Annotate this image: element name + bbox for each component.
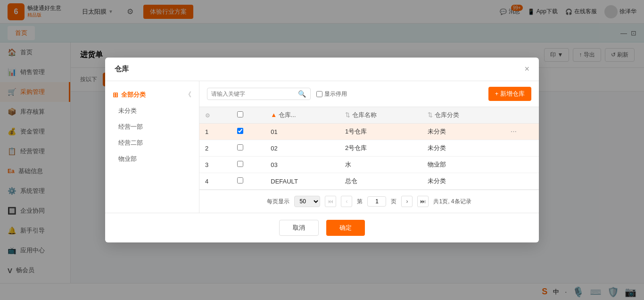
modal-title: 仓库	[115, 65, 129, 74]
per-page-select[interactable]: 102050100	[294, 196, 320, 207]
table-row[interactable]: 1 01 1号仓库 未分类 ···	[199, 124, 539, 140]
category-ops-dept1[interactable]: 经营一部	[105, 119, 199, 135]
row-category: 未分类	[422, 173, 504, 190]
col-category: ⇅ 仓库分类	[422, 107, 504, 124]
row-code: DEFAULT	[265, 173, 339, 190]
col-cat-sort-icon: ⇅	[428, 111, 433, 118]
prev-page-button[interactable]: ‹	[341, 196, 352, 207]
all-categories-header[interactable]: ⊞ 全部分类 《	[105, 87, 199, 103]
modal-close-button[interactable]: ×	[524, 64, 529, 74]
page-number-input[interactable]	[367, 196, 386, 207]
settings-col-icon[interactable]: ⚙	[205, 112, 210, 119]
row-index: 3	[199, 157, 231, 173]
row-index: 2	[199, 140, 231, 157]
row-checkbox-cell	[231, 173, 265, 190]
row-category: 未分类	[422, 124, 504, 140]
row-checkbox[interactable]	[237, 177, 243, 183]
row-checkbox-cell	[231, 140, 265, 157]
all-categories-label: 全部分类	[121, 91, 146, 99]
row-actions	[505, 157, 539, 173]
category-unclassified[interactable]: 未分类	[105, 103, 199, 119]
row-checkbox[interactable]	[237, 144, 243, 150]
col-name-sort-icon: ⇅	[345, 111, 350, 118]
table-row[interactable]: 4 DEFAULT 总仓 未分类	[199, 173, 539, 190]
col-settings: ⚙	[199, 107, 231, 124]
col-name: ⇅ 仓库名称	[339, 107, 422, 124]
col-code-sort-icon: ▲	[271, 111, 277, 118]
warehouse-table: ⚙ ▲ 仓库... ⇅ 仓库名称	[199, 107, 539, 190]
search-input[interactable]	[211, 91, 296, 97]
show-disabled-checkbox[interactable]	[316, 91, 322, 97]
last-page-button[interactable]: ⏭	[417, 196, 429, 207]
table-row[interactable]: 3 03 水 物业部	[199, 157, 539, 173]
table-row[interactable]: 2 02 2号仓库 未分类	[199, 140, 539, 157]
row-category: 未分类	[422, 140, 504, 157]
modal-overlay[interactable]: 仓库 × ⊞ 全部分类 《 未分类 经营一部 经营二部	[0, 0, 644, 300]
total-records: 共1页, 4条记录	[433, 198, 471, 206]
row-index: 1	[199, 124, 231, 140]
row-code: 01	[265, 124, 339, 140]
row-actions	[505, 140, 539, 157]
modal-header: 仓库 ×	[105, 58, 539, 81]
next-page-button[interactable]: ›	[401, 196, 413, 207]
row-code: 02	[265, 140, 339, 157]
col-actions	[505, 107, 539, 124]
page-unit: 页	[391, 198, 396, 206]
warehouse-modal: 仓库 × ⊞ 全部分类 《 未分类 经营一部 经营二部	[105, 58, 539, 242]
row-actions	[505, 173, 539, 190]
row-actions: ···	[505, 124, 539, 140]
category-property-dept[interactable]: 物业部	[105, 151, 199, 167]
modal-footer: 取消 确定	[105, 213, 539, 242]
row-index: 4	[199, 173, 231, 190]
row-more-button[interactable]: ···	[511, 127, 517, 136]
cancel-button[interactable]: 取消	[279, 220, 319, 236]
table-panel: 🔍 显示停用 + 新增仓库 ⚙	[199, 81, 539, 213]
warehouse-table-area: ⚙ ▲ 仓库... ⇅ 仓库名称	[199, 107, 539, 190]
grid-icon: ⊞	[113, 91, 118, 99]
show-disabled-checkbox-area: 显示停用	[316, 90, 347, 98]
row-name: 总仓	[339, 173, 422, 190]
pagination: 每页显示 102050100 ⏮ ‹ 第 页 › ⏭ 共1页, 4条记录	[199, 190, 539, 213]
search-box: 🔍	[207, 88, 311, 100]
first-page-button[interactable]: ⏮	[325, 196, 336, 207]
add-warehouse-button[interactable]: + 新增仓库	[488, 87, 531, 101]
row-name: 2号仓库	[339, 140, 422, 157]
col-code: ▲ 仓库...	[265, 107, 339, 124]
confirm-button[interactable]: 确定	[326, 220, 365, 236]
table-toolbar: 🔍 显示停用 + 新增仓库	[199, 81, 539, 107]
row-checkbox-cell	[231, 157, 265, 173]
search-icon[interactable]: 🔍	[298, 90, 306, 98]
row-name: 水	[339, 157, 422, 173]
categories-panel: ⊞ 全部分类 《 未分类 经营一部 经营二部 物业部	[105, 81, 199, 213]
row-code: 03	[265, 157, 339, 173]
page-label: 第	[357, 198, 363, 206]
col-checkbox	[231, 107, 265, 124]
row-category: 物业部	[422, 157, 504, 173]
row-checkbox[interactable]	[237, 161, 243, 167]
collapse-panel-button[interactable]: 《	[185, 91, 191, 99]
row-name: 1号仓库	[339, 124, 422, 140]
row-checkbox[interactable]	[237, 128, 243, 134]
show-disabled-label: 显示停用	[324, 90, 347, 98]
row-checkbox-cell	[231, 124, 265, 140]
select-all-checkbox[interactable]	[237, 111, 243, 117]
per-page-label: 每页显示	[267, 198, 289, 206]
category-ops-dept2[interactable]: 经营二部	[105, 135, 199, 151]
modal-body: ⊞ 全部分类 《 未分类 经营一部 经营二部 物业部	[105, 81, 539, 213]
